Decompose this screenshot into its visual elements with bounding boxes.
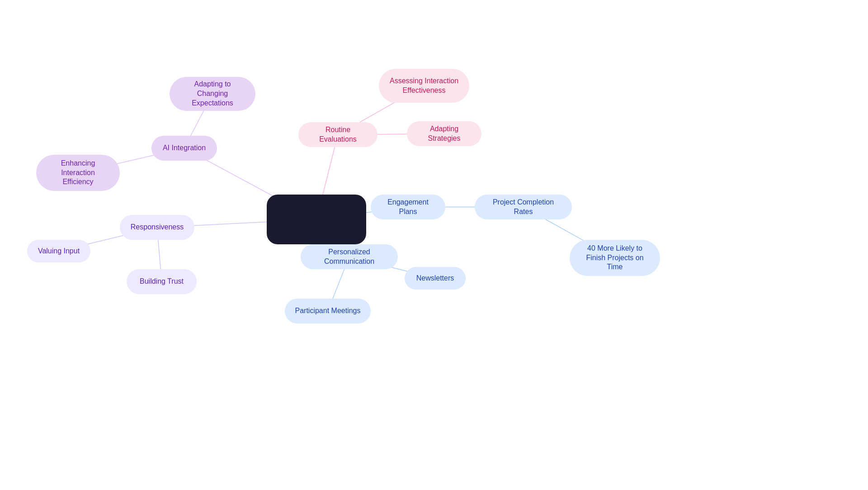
project-completion-node[interactable]: Project Completion Rates bbox=[475, 195, 572, 219]
engagement-plans-node[interactable]: Engagement Plans bbox=[371, 195, 445, 219]
enhancing-interaction-node[interactable]: Enhancing Interaction Efficiency bbox=[36, 155, 120, 191]
40-more-likely-node[interactable]: 40 More Likely to Finish Projects on Tim… bbox=[570, 240, 660, 276]
ai-integration-node[interactable]: AI Integration bbox=[151, 136, 217, 161]
newsletters-node[interactable]: Newsletters bbox=[405, 267, 466, 290]
adapting-changing-node[interactable]: Adapting to Changing Expectations bbox=[170, 77, 255, 111]
routine-evaluations-node[interactable]: Routine Evaluations bbox=[298, 122, 377, 147]
adapting-strategies-node[interactable]: Adapting Strategies bbox=[407, 121, 481, 146]
responsiveness-node[interactable]: Responsiveness bbox=[120, 215, 194, 240]
building-trust-node[interactable]: Building Trust bbox=[127, 269, 197, 294]
participant-meetings-node[interactable]: Participant Meetings bbox=[285, 299, 371, 323]
personalized-communication-node[interactable]: Personalized Communication bbox=[301, 244, 398, 269]
center-node[interactable] bbox=[267, 195, 366, 244]
assessing-interaction-node[interactable]: Assessing Interaction Effectiveness bbox=[379, 69, 469, 103]
valuing-input-node[interactable]: Valuing Input bbox=[27, 240, 90, 262]
